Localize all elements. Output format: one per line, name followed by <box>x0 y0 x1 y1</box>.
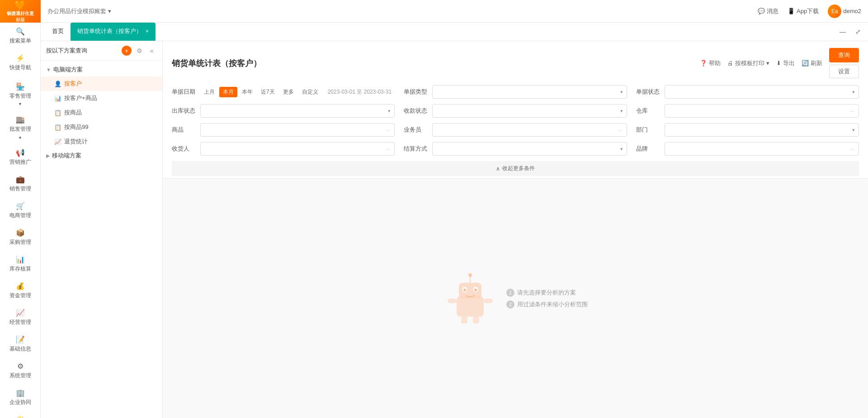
tab-home[interactable]: 首页 <box>45 23 71 41</box>
header-right: 💬 消息 📱 App下载 Ea demo2 <box>758 5 861 18</box>
page-title: 销货单统计表（按客户） <box>172 58 261 69</box>
settings-button[interactable]: 设置 <box>829 65 859 78</box>
sidebar-item-newuser[interactable]: 🌟 新手引导 <box>0 411 40 418</box>
system-icon: ⚙ <box>17 362 24 370</box>
help-btn[interactable]: ❓ 帮助 <box>700 59 721 67</box>
settlement-arrow: ▾ <box>620 146 623 152</box>
tree-item-by-product-99[interactable]: 📋 按商品99 <box>41 120 162 134</box>
date-tab-lastmonth[interactable]: 上月 <box>200 87 218 97</box>
svg-rect-11 <box>473 317 479 323</box>
svg-rect-7 <box>484 299 493 303</box>
sidebar-item-search[interactable]: 🔍 搜索菜单 <box>0 23 40 49</box>
settlement-select[interactable]: ▾ <box>432 142 627 156</box>
maximize-icon: ⤢ <box>855 28 861 35</box>
sidebar-item-basic[interactable]: 📝 基础信息 <box>0 331 40 357</box>
tree-item-by-product[interactable]: 📋 按商品 <box>41 105 162 120</box>
date-tab-7days[interactable]: 近7天 <box>257 87 278 97</box>
salesman-dots[interactable]: ··· <box>618 126 623 133</box>
receiver-dots[interactable]: ··· <box>386 145 391 152</box>
product-dots[interactable]: ··· <box>386 126 391 133</box>
tab-active[interactable]: 销货单统计表（按客户） × <box>71 23 156 41</box>
tree-group-desktop[interactable]: ▼ 电脑端方案 <box>41 63 162 76</box>
paymentstatus-select[interactable]: ▾ <box>432 104 627 118</box>
date-tab-more[interactable]: 更多 <box>279 87 297 97</box>
filter-item-paymentstatus: 收款状态 ▾ <box>404 104 627 118</box>
content: 按以下方案查询 + ⚙ « ▼ 电脑端方案 <box>41 41 868 418</box>
sidebar-search-label: 搜索菜单 <box>9 37 31 45</box>
sidebar-wholesale-label: 批发管理 <box>9 125 31 133</box>
sidebar-item-marketing[interactable]: 📢 营销推广 <box>0 144 40 171</box>
left-panel-title: 按以下方案查询 <box>46 47 87 55</box>
collapse-filters-btn[interactable]: ∧ 收起更多条件 <box>172 161 859 176</box>
tree-item-by-product-99-label: 按商品99 <box>64 123 88 131</box>
query-button[interactable]: 查询 <box>829 48 859 62</box>
tree-arrow-down: ▼ <box>46 67 51 72</box>
print-btn[interactable]: 🖨 按模板打印 ▾ <box>727 59 769 67</box>
doctype-select[interactable]: ▾ <box>432 85 627 99</box>
tree-item-by-customer-label: 按客户 <box>64 80 82 88</box>
empty-content: 1 请先选择要分析的方案 2 用过滤条件来缩小分析范围 <box>443 271 588 326</box>
industry-label: 办公用品行业模拟账套 <box>47 7 106 15</box>
sidebar-item-wholesale[interactable]: 🏬 批发管理 ▴ <box>0 111 40 144</box>
tab-close-btn[interactable]: × <box>146 28 149 34</box>
export-btn[interactable]: ⬇ 导出 <box>776 59 795 67</box>
page-title-row: 销货单统计表（按客户） ❓ 帮助 🖨 按模板打印 ▾ ⬇ <box>172 48 859 78</box>
app-logo[interactable]: 🧡 畅捷通好生意 标版 <box>0 0 41 23</box>
product-select[interactable]: ··· <box>200 123 395 137</box>
collapse-icon: « <box>150 47 154 54</box>
tree-arrow-right: ▶ <box>46 153 50 159</box>
sidebar-item-purchase[interactable]: 📦 采购管理 <box>0 224 40 251</box>
tree-item-by-customer[interactable]: 👤 按客户 <box>41 76 162 91</box>
brand-select[interactable]: ··· <box>665 142 859 156</box>
date-tab-thismonth[interactable]: 本月 <box>219 87 237 97</box>
message-btn[interactable]: 💬 消息 <box>758 7 778 15</box>
outstatus-label: 出库状态 <box>172 107 197 115</box>
department-select[interactable]: ▾ <box>665 123 859 137</box>
warehouse-label: 仓库 <box>636 107 661 115</box>
refresh-btn[interactable]: 🔄 刷新 <box>802 59 822 67</box>
tree-item-return-stats[interactable]: 📈 退货统计 <box>41 134 162 149</box>
tab-minimize-btn[interactable]: — <box>837 26 848 37</box>
receiver-select[interactable]: ··· <box>200 142 395 156</box>
filter-item-docstatus: 单据状态 ▾ <box>636 85 859 99</box>
product99-icon: 📋 <box>54 124 61 131</box>
brand-dots[interactable]: ··· <box>849 145 855 152</box>
docstatus-select[interactable]: ▾ <box>665 85 859 99</box>
industry-selector[interactable]: 办公用品行业模拟账套 ▾ <box>47 7 111 15</box>
purchase-icon: 📦 <box>16 228 25 237</box>
outstatus-select[interactable]: ▾ <box>200 104 395 118</box>
tree-group-mobile[interactable]: ▶ 移动端方案 <box>41 149 162 162</box>
app-download-btn[interactable]: 📱 App下载 <box>788 7 819 15</box>
sidebar-item-sales[interactable]: 💼 销售管理 <box>0 171 40 197</box>
date-tab-custom[interactable]: 自定义 <box>298 87 322 97</box>
warehouse-dots[interactable]: ··· <box>849 107 855 114</box>
tree-item-by-customer-product[interactable]: 📊 按客户+商品 <box>41 91 162 105</box>
sidebar-item-finance[interactable]: 💰 资金管理 <box>0 277 40 304</box>
sidebar-item-inventory[interactable]: 📊 库存核算 <box>0 251 40 277</box>
add-scheme-btn[interactable]: + <box>122 46 132 56</box>
retail-arrow: ▾ <box>19 101 21 106</box>
active-tab-label: 销货单统计表（按客户） <box>77 27 142 35</box>
sidebar-item-quicknav[interactable]: ⚡ 快捷导航 <box>0 49 40 76</box>
warehouse-select[interactable]: ··· <box>665 104 859 118</box>
filter-item-department: 部门 ▾ <box>636 123 859 137</box>
sidebar-item-ecommerce[interactable]: 🛒 电商管理 <box>0 197 40 224</box>
message-icon: 💬 <box>758 8 765 14</box>
user-info[interactable]: Ea demo2 <box>828 5 861 18</box>
sidebar-item-operation[interactable]: 📈 经营管理 <box>0 304 40 331</box>
tree-item-by-customer-product-label: 按客户+商品 <box>64 94 97 102</box>
sidebar-sales-label: 销售管理 <box>9 185 31 193</box>
sidebar-item-retail[interactable]: 🏪 零售管理 ▾ <box>0 78 40 111</box>
logo-subtext: 标版 <box>7 17 34 23</box>
filter-item-salesman: 业务员 ··· <box>404 123 627 137</box>
date-tab-thisyear[interactable]: 本年 <box>238 87 256 97</box>
tab-maximize-btn[interactable]: ⤢ <box>853 26 863 37</box>
scheme-settings-btn[interactable]: ⚙ <box>134 46 144 56</box>
sidebar-item-system[interactable]: ⚙ 系统管理 <box>0 357 40 384</box>
download-icon: 📱 <box>788 8 795 14</box>
salesman-select[interactable]: ··· <box>432 123 627 137</box>
tip-num-1: 1 <box>506 289 514 297</box>
product-label: 商品 <box>172 126 197 134</box>
collapse-panel-btn[interactable]: « <box>147 46 157 56</box>
sidebar-item-enterprise[interactable]: 🏢 企业协同 <box>0 384 40 411</box>
